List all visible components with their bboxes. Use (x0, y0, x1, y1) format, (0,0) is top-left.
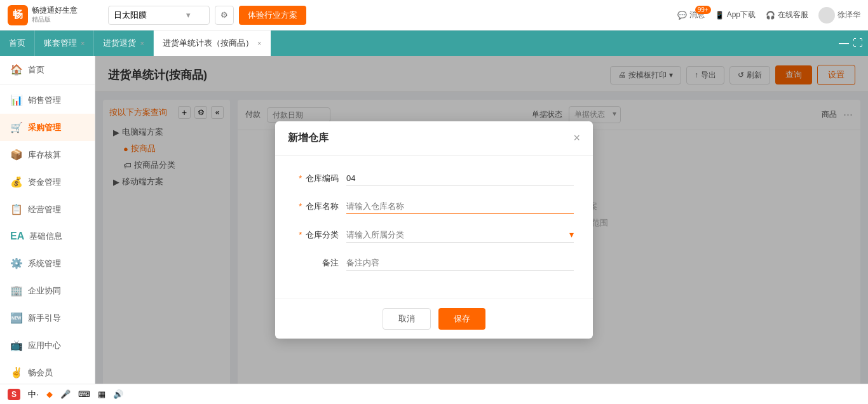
sidebar-label-app-center: 应用中心 (28, 340, 61, 351)
required-mark-category: * (299, 230, 302, 239)
category-arrow-icon: ▾ (569, 229, 574, 239)
tab-stats[interactable]: 进货单统计表（按商品） × (154, 30, 271, 56)
search-input[interactable] (114, 10, 184, 20)
settings-button[interactable]: ⚙ (215, 6, 234, 25)
label-text-name: 仓库名称 (306, 201, 339, 211)
label-text-code: 仓库编码 (306, 173, 339, 183)
sidebar-item-inventory[interactable]: 📦 库存核算 (0, 141, 95, 168)
sidebar-item-basic[interactable]: EA 基础信息 (0, 223, 95, 250)
tab-home-label: 首页 (9, 37, 25, 49)
category-dropdown[interactable]: ▾ (346, 227, 574, 243)
sidebar-item-sales[interactable]: 📊 销售管理 (0, 86, 95, 114)
trial-button[interactable]: 体验行业方案 (239, 6, 306, 25)
tab-purchase-return[interactable]: 进货退货 × (94, 30, 153, 56)
sidebar-label-enterprise: 企业协同 (28, 285, 61, 297)
app-download-item[interactable]: 📱 App下载 (715, 10, 756, 20)
tab-purchase-return-close[interactable]: × (140, 39, 144, 47)
content-area: 进货单统计(按商品) 🖨 按模板打印 ▾ ↑ 导出 ↺ 刷新 查询 设置 (95, 56, 868, 404)
form-row-code: * 仓库编码 (294, 171, 574, 186)
bottom-keyboard-icon[interactable]: ⌨ (78, 389, 90, 399)
sidebar-divider-1 (0, 84, 95, 85)
basic-icon: EA (10, 231, 24, 242)
main-layout: 🏠 首页 📊 销售管理 🛒 采购管理 📦 库存核算 💰 资金管理 📋 经营管理 … (0, 56, 868, 404)
sidebar-item-system[interactable]: ⚙️ 系统管理 (0, 250, 95, 277)
dialog-close-button[interactable]: × (573, 131, 580, 145)
form-row-name: * 仓库名称 (294, 199, 574, 214)
tab-account[interactable]: 账套管理 × (35, 30, 94, 56)
logo-text: 畅捷通好生意 (32, 6, 78, 16)
save-button[interactable]: 保存 (438, 308, 485, 330)
dialog-new-warehouse: 新增仓库 × * 仓库编码 * (275, 121, 593, 339)
tab-bar: 首页 账套管理 × 进货退货 × 进货单统计表（按商品） × — ⛶ (0, 30, 868, 56)
bottom-grid-icon[interactable]: ▦ (98, 389, 105, 399)
sidebar-item-app-center[interactable]: 📺 应用中心 (0, 332, 95, 359)
sidebar-item-guide[interactable]: 🆕 新手引导 (0, 304, 95, 332)
search-bar[interactable]: ▾ (108, 6, 210, 25)
label-text-remark: 备注 (322, 258, 339, 267)
sidebar-label-purchase: 采购管理 (28, 122, 61, 133)
enterprise-icon: 🏢 (10, 285, 23, 297)
sidebar-item-finance[interactable]: 💰 资金管理 (0, 168, 95, 196)
sidebar-label-vip: 畅会员 (28, 367, 53, 379)
sidebar-label-sales: 销售管理 (28, 95, 61, 106)
form-label-name: * 仓库名称 (294, 201, 339, 212)
online-service-item[interactable]: 🎧 在线客服 (766, 10, 808, 20)
bottom-logo: S (8, 389, 20, 400)
tab-account-close[interactable]: × (81, 39, 85, 47)
tab-maximize-icon[interactable]: ⛶ (853, 38, 863, 48)
dialog-body: * 仓库编码 * 仓库名称 (275, 156, 593, 299)
bottom-bar: S 中· ◆ 🎤 ⌨ ▦ 🔊 (0, 384, 868, 404)
warehouse-code-input[interactable] (346, 171, 574, 186)
sidebar-item-business[interactable]: 📋 经营管理 (0, 196, 95, 223)
inventory-icon: 📦 (10, 149, 23, 161)
search-dropdown-icon[interactable]: ▾ (186, 10, 191, 20)
guide-icon: 🆕 (10, 312, 23, 324)
avatar (818, 7, 835, 24)
message-badge: 99+ (695, 6, 711, 14)
tab-minimize-icon[interactable]: — (839, 38, 849, 48)
dialog-overlay: 新增仓库 × * 仓库编码 * (95, 56, 868, 404)
bottom-volume-icon[interactable]: 🔊 (113, 389, 123, 399)
purchase-icon: 🛒 (10, 121, 23, 133)
cancel-button[interactable]: 取消 (383, 308, 431, 330)
vip-icon: ✌️ (10, 367, 23, 379)
tab-account-label: 账套管理 (44, 37, 77, 49)
bottom-diamond-icon[interactable]: ◆ (46, 389, 53, 399)
sidebar-label-finance: 资金管理 (28, 177, 61, 188)
sidebar-label-home: 首页 (28, 64, 44, 76)
business-icon: 📋 (10, 203, 23, 215)
phone-icon: 📱 (715, 11, 724, 20)
form-label-code: * 仓库编码 (294, 173, 339, 184)
sidebar-item-home[interactable]: 🏠 首页 (0, 56, 95, 83)
sidebar-item-purchase[interactable]: 🛒 采购管理 (0, 114, 95, 141)
message-icon: 💬 (677, 11, 687, 20)
tab-actions: — ⛶ (839, 30, 868, 56)
sidebar-item-vip[interactable]: ✌️ 畅会员 (0, 359, 95, 386)
form-row-remark: 备注 (294, 255, 574, 271)
user-item[interactable]: 徐泽华 (818, 7, 860, 24)
username-label: 徐泽华 (837, 10, 860, 20)
form-label-remark: 备注 (294, 257, 339, 269)
remark-input[interactable] (346, 255, 574, 271)
dialog-title: 新增仓库 (288, 131, 329, 145)
home-icon: 🏠 (10, 64, 23, 76)
tab-home[interactable]: 首页 (0, 30, 35, 56)
tab-stats-label: 进货单统计表（按商品） (163, 37, 254, 49)
message-item[interactable]: 💬 消息 99+ (677, 10, 705, 20)
sidebar: 🏠 首页 📊 销售管理 🛒 采购管理 📦 库存核算 💰 资金管理 📋 经营管理 … (0, 56, 95, 404)
dialog-footer: 取消 保存 (275, 299, 593, 339)
sidebar-label-inventory: 库存核算 (28, 149, 61, 161)
app-logo-icon: 畅 (8, 5, 28, 25)
required-mark-name: * (299, 201, 302, 211)
bottom-lang-icon[interactable]: 中· (28, 389, 39, 400)
dialog-header: 新增仓库 × (275, 121, 593, 156)
logo-text-area: 畅捷通好生意 精品版 (32, 6, 78, 25)
warehouse-name-input[interactable] (346, 199, 574, 214)
sidebar-item-enterprise[interactable]: 🏢 企业协同 (0, 277, 95, 304)
online-service-label: 在线客服 (778, 10, 808, 20)
required-mark-code: * (299, 173, 302, 183)
bottom-mic-icon[interactable]: 🎤 (60, 389, 71, 399)
category-input[interactable] (346, 230, 569, 239)
tab-stats-close[interactable]: × (257, 39, 261, 47)
finance-icon: 💰 (10, 176, 23, 188)
